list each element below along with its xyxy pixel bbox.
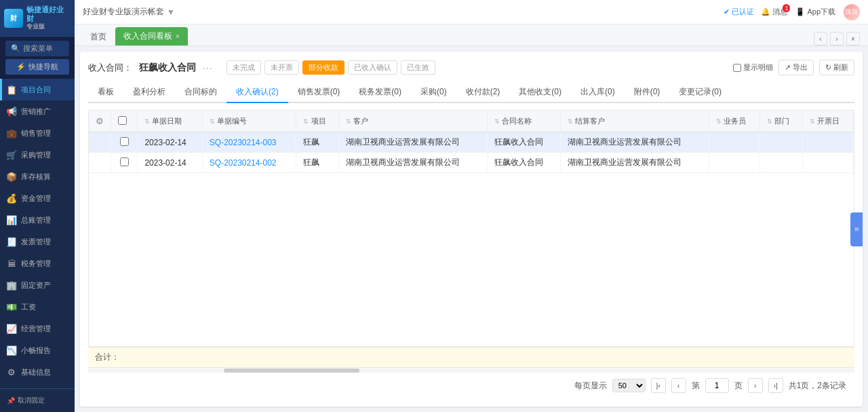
sidebar-item-general-ledger[interactable]: 📊 总账管理 [0, 209, 75, 231]
sort-icon: ⇅ [346, 118, 351, 125]
detail-checkbox[interactable] [733, 64, 741, 72]
pin-icon: 📌 [7, 397, 15, 405]
row-date: 2023-02-14 [138, 132, 202, 153]
subtab-tax-invoice[interactable]: 税务发票(0) [349, 82, 411, 103]
show-detail-toggle[interactable]: 显示明细 [733, 62, 773, 73]
status-partial-payment[interactable]: 部分收款 [302, 60, 344, 75]
next-page-button[interactable]: › [748, 378, 763, 393]
sidebar-item-invoice[interactable]: 🧾 发票管理 [0, 231, 75, 252]
contract-board-tab[interactable]: 收入合同看板 × [115, 27, 188, 45]
tab-next-button[interactable]: › [830, 32, 844, 45]
status-revenue-confirmed[interactable]: 已收入确认 [348, 60, 397, 75]
row-settings [89, 153, 111, 173]
export-button[interactable]: ↗ 导出 [778, 60, 814, 75]
clipboard-icon: 📋 [6, 84, 17, 95]
more-options-button[interactable]: ··· [203, 62, 213, 73]
sidebar-item-payroll[interactable]: 💵 工资 [0, 296, 75, 318]
tab-close-button[interactable]: × [176, 33, 180, 40]
bank-icon: 🏛 [6, 258, 17, 269]
horizontal-scrollbar[interactable] [88, 367, 854, 373]
row-contract-name: 狂飙收入合同 [488, 153, 561, 173]
row-number: SQ-20230214-003 [202, 132, 296, 153]
subtab-revenue-confirm[interactable]: 收入确认(2) [226, 82, 288, 103]
row-select-checkbox[interactable] [120, 137, 129, 146]
data-table: ⚙ ⇅ 单据日期 ⇅ 单据编号 ⇅ 项目 ⇅ 客户 ⇅ 合同名称 ⇅ 结算客户 … [89, 111, 854, 173]
row-checkbox [111, 153, 138, 173]
subtabs: 看板 盈利分析 合同标的 收入确认(2) 销售发票(0) 税务发票(0) 采购(… [88, 82, 854, 103]
last-page-button[interactable]: ›| [768, 378, 783, 393]
app-logo: 财 畅捷通好业财 专业版 [0, 0, 75, 37]
row-number-link[interactable]: SQ-20230214-002 [210, 158, 277, 168]
tab-close-all-button[interactable]: × [846, 32, 860, 45]
sidebar-item-finance[interactable]: 💰 资金管理 [0, 187, 75, 209]
money-icon: 💰 [6, 193, 17, 204]
subtab-board[interactable]: 看板 [88, 82, 123, 103]
subtab-other[interactable]: 其他收支(0) [509, 82, 571, 103]
refresh-button[interactable]: ↻ 刷新 [819, 60, 854, 75]
sidebar-item-operations[interactable]: 📈 经营管理 [0, 318, 75, 339]
sidebar-item-marketing[interactable]: 📢 营销推广 [0, 100, 75, 122]
subtab-attachments[interactable]: 附件(0) [625, 82, 670, 103]
subtab-purchase[interactable]: 采购(0) [411, 82, 456, 103]
right-float-panel-button[interactable]: ≡ [850, 212, 863, 246]
checkbox-col-header [111, 111, 138, 132]
salary-icon: 💵 [6, 301, 17, 312]
sidebar-item-reports[interactable]: 📉 小畅报告 [0, 339, 75, 361]
chart-icon: 📊 [6, 214, 17, 225]
page-number-input[interactable] [705, 378, 729, 393]
row-number: SQ-20230214-002 [202, 153, 296, 173]
trending-icon: 📈 [6, 323, 17, 334]
page-size-select[interactable]: 20 50 100 [612, 379, 646, 392]
subtab-warehouse[interactable]: 出入库(0) [571, 82, 625, 103]
status-tags: 未完成 未开票 部分收款 已收入确认 已生效 [226, 60, 435, 75]
box-icon: 📦 [6, 171, 17, 182]
sidebar-item-fixed-assets[interactable]: 🏢 固定资产 [0, 274, 75, 296]
briefcase-icon: 💼 [6, 128, 17, 138]
sort-icon: ⇅ [494, 118, 500, 125]
row-invoice-date [802, 132, 853, 153]
row-select-checkbox[interactable] [120, 157, 129, 166]
messages-button[interactable]: 🔔 1 消息 [761, 7, 787, 17]
row-number-link[interactable]: SQ-20230214-003 [210, 138, 277, 147]
row-checkbox [111, 132, 138, 153]
contract-prefix: 收入合同： [88, 62, 132, 74]
sort-icon: ⇅ [716, 118, 722, 125]
sort-icon: ⇅ [144, 118, 150, 125]
column-settings-icon[interactable]: ⚙ [96, 116, 104, 126]
first-page-button[interactable]: |‹ [651, 378, 666, 393]
quick-nav-button[interactable]: ⚡ 快捷导航 [5, 59, 69, 75]
search-menu-button[interactable]: 🔍 搜索菜单 [5, 41, 69, 56]
sidebar-item-base-info[interactable]: ⚙ 基础信息 [0, 361, 75, 383]
number-col-header: ⇅ 单据编号 [202, 111, 296, 132]
sidebar-item-sales[interactable]: 💼 销售管理 [0, 122, 75, 144]
home-tab[interactable]: 首页 [83, 28, 114, 45]
sidebar-nav: 🔍 搜索菜单 ⚡ 快捷导航 📋 项目合同 📢 营销推广 💼 销售管理 🛒 采购管… [0, 37, 75, 388]
contract-name: 狂飙收入合同 [139, 62, 196, 74]
sidebar-search-area: 🔍 搜索菜单 ⚡ 快捷导航 [0, 37, 75, 79]
select-all-checkbox[interactable] [118, 116, 127, 125]
megaphone-icon: 📢 [6, 106, 17, 117]
sort-icon: ⇅ [810, 118, 815, 125]
subtab-sales-invoice[interactable]: 销售发票(0) [288, 82, 350, 103]
sidebar-item-project-contract[interactable]: 📋 项目合同 [0, 79, 75, 100]
message-badge: 1 [783, 4, 790, 12]
tab-prev-button[interactable]: ‹ [814, 32, 827, 45]
total-records: 共1页，2条记录 [789, 380, 846, 392]
status-incomplete[interactable]: 未完成 [226, 60, 261, 75]
subtab-contract-items[interactable]: 合同标的 [175, 82, 226, 103]
subtab-profit[interactable]: 盈利分析 [123, 82, 175, 103]
subtab-change-log[interactable]: 变更记录(0) [669, 82, 731, 103]
table-footer: 合计： [88, 347, 854, 367]
sidebar-item-tax[interactable]: 🏛 税务管理 [0, 252, 75, 274]
lightning-icon: ⚡ [16, 62, 26, 71]
sidebar-item-purchase[interactable]: 🛒 采购管理 [0, 144, 75, 166]
status-effective[interactable]: 已生效 [401, 60, 435, 75]
unpin-button[interactable]: 📌 取消固定 [4, 393, 71, 408]
check-icon: ✔ [724, 7, 730, 16]
status-uninvoiced[interactable]: 未开票 [264, 60, 299, 75]
chevron-down-icon: ▼ [167, 7, 175, 17]
app-download-button[interactable]: 📱 App下载 [795, 7, 835, 17]
prev-page-button[interactable]: ‹ [671, 378, 686, 393]
sidebar-item-inventory[interactable]: 📦 库存核算 [0, 166, 75, 187]
subtab-payment[interactable]: 收付款(2) [456, 82, 510, 103]
